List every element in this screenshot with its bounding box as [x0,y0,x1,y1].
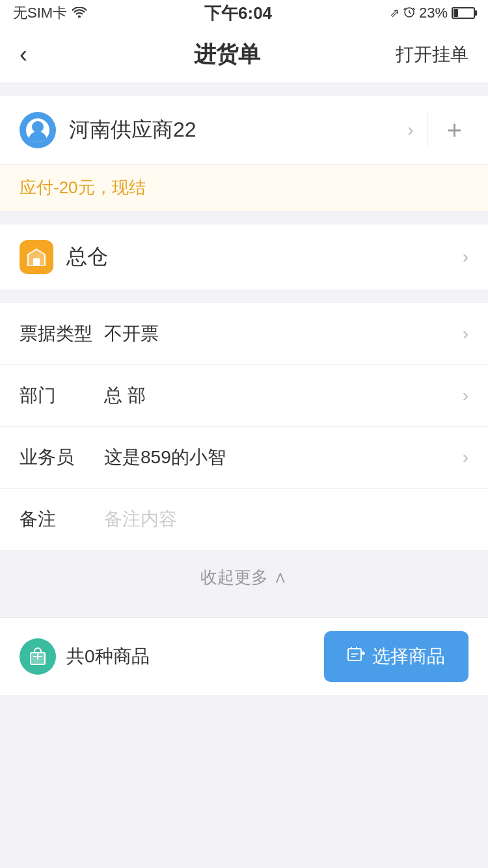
vertical-divider [427,114,427,146]
goods-bag-icon [20,638,56,675]
section-divider-2 [0,211,488,224]
remark-row[interactable]: 备注 备注内容 [0,489,488,550]
status-bar: 无SIM卡 下午6:04 ⇗ 23% [0,0,488,26]
svg-rect-3 [348,649,361,660]
invoice-type-row[interactable]: 票据类型 不开票 › [0,303,488,365]
add-supplier-button[interactable]: + [441,116,468,145]
invoice-type-chevron-icon: › [463,323,468,344]
supplier-chevron-icon: › [407,120,413,141]
status-time: 下午6:04 [204,2,272,25]
remark-value[interactable]: 备注内容 [104,507,468,532]
notice-row: 应付-20元，现结 [0,165,488,211]
alarm-icon [403,5,415,21]
page-title: 进货单 [194,40,260,70]
section-divider-1 [0,83,488,96]
warehouse-name: 总仓 [66,243,452,271]
main-content: 河南供应商22 › + 应付-20元，现结 总仓 › 票据类型 不开票 › [0,83,488,695]
svg-rect-1 [33,258,40,266]
salesperson-chevron-icon: › [463,447,468,468]
select-goods-label: 选择商品 [372,644,445,669]
open-pending-button[interactable]: 打开挂单 [396,42,468,67]
signal-text: 无SIM卡 [13,3,67,23]
section-divider-3 [0,290,488,303]
warehouse-icon [20,240,53,274]
wifi-icon [72,5,87,21]
battery-percent: 23% [419,5,448,21]
salesperson-row[interactable]: 业务员 这是859的小智 › [0,427,488,489]
nav-bar: ‹ 进货单 打开挂单 [0,26,488,83]
select-goods-button[interactable]: 选择商品 [324,631,468,682]
form-card: 票据类型 不开票 › 部门 总 部 › 业务员 这是859的小智 › 备注 备注… [0,303,488,550]
bottom-action-row: 共0种商品 选择商品 [0,617,488,695]
back-button[interactable]: ‹ [20,41,59,68]
supplier-row[interactable]: 河南供应商22 › + [0,96,488,165]
supplier-name: 河南供应商22 [69,116,397,144]
warehouse-row[interactable]: 总仓 › [0,224,488,290]
department-value: 总 部 [104,383,452,408]
invoice-type-value: 不开票 [104,321,452,346]
status-right: ⇗ 23% [390,5,475,21]
salesperson-label: 业务员 [20,445,104,470]
select-goods-icon [347,646,366,667]
department-row[interactable]: 部门 总 部 › [0,365,488,427]
warehouse-chevron-icon: › [463,247,468,267]
location-icon: ⇗ [390,6,400,20]
salesperson-value: 这是859的小智 [104,445,452,470]
goods-count-text: 共0种商品 [66,644,324,669]
department-chevron-icon: › [463,385,468,406]
supplier-card: 河南供应商22 › + 应付-20元，现结 [0,96,488,211]
remark-label: 备注 [20,507,104,532]
section-divider-4 [0,604,488,617]
collapse-button[interactable]: 收起更多 ∧ [0,550,488,604]
status-left: 无SIM卡 [13,3,87,23]
battery-icon [452,7,475,19]
invoice-type-label: 票据类型 [20,321,104,346]
department-label: 部门 [20,383,104,408]
supplier-avatar [20,112,56,148]
